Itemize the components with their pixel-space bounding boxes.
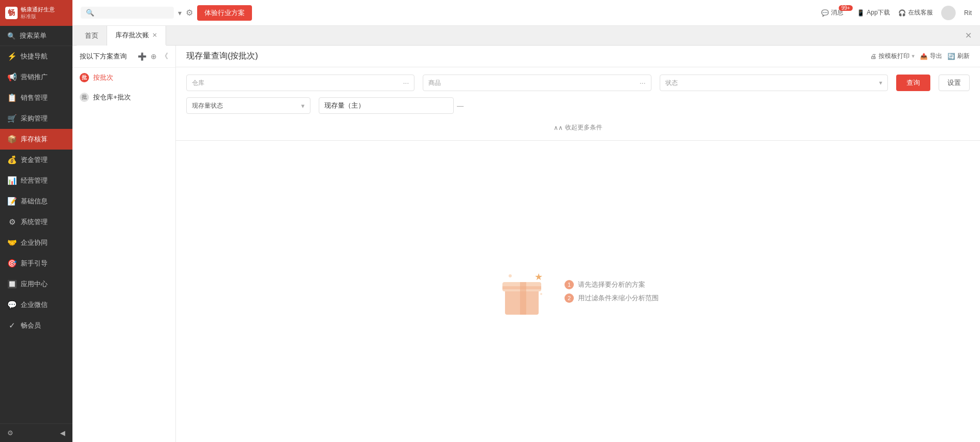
- sidebar-item-app-center[interactable]: 🔲 应用中心: [0, 274, 72, 294]
- dropdown-arrow-icon[interactable]: ▾: [178, 9, 182, 17]
- svg-text:★: ★: [534, 272, 543, 282]
- hint-1-text: 请先选择要分析的方案: [578, 280, 645, 289]
- sidebar-item-new-guide[interactable]: 🎯 新手引导: [0, 253, 72, 274]
- status-filter[interactable]: 状态 ▾: [660, 75, 888, 91]
- main-area: 🔍 ▾ ⚙ 体验行业方案 💬 消息 99+ 📱 App下载 🎧 在线客服 Rit: [72, 0, 980, 442]
- settings-icon[interactable]: ⚙: [7, 429, 13, 437]
- range-dash: —: [457, 102, 464, 110]
- tab-home[interactable]: 首页: [77, 26, 107, 46]
- app-version: 标准版: [21, 13, 55, 20]
- quick-nav-icon: ⚡: [7, 52, 17, 61]
- sidebar-item-sales[interactable]: 📋 销售管理: [0, 87, 72, 108]
- messages-badge: 99+: [839, 5, 853, 11]
- sidebar-item-member[interactable]: ✓ 畅会员: [0, 315, 72, 336]
- printer-icon: 🖨: [870, 53, 877, 60]
- sidebar-item-label: 系统管理: [21, 217, 48, 227]
- empty-illustration: ★: [497, 266, 549, 317]
- svg-point-6: [540, 293, 542, 295]
- sidebar-item-label: 畅会员: [21, 321, 41, 330]
- basic-info-icon: 📝: [7, 197, 17, 206]
- export-btn[interactable]: 📤 导出: [920, 52, 942, 61]
- svg-rect-3: [502, 286, 541, 289]
- hint-2-text: 用过滤条件来缩小分析范围: [578, 293, 659, 303]
- panel-title-actions: ➕ ⊕ 《: [138, 52, 168, 61]
- add-scheme-icon[interactable]: ➕: [138, 52, 146, 61]
- page-title: 现存量查询(按批次): [186, 51, 258, 62]
- search-menu-item[interactable]: 🔍 搜索菜单: [0, 26, 72, 46]
- status-arrow-icon[interactable]: ▾: [879, 79, 882, 86]
- collapse-sidebar-icon[interactable]: ◀: [60, 429, 65, 437]
- sidebar-item-basic-info[interactable]: 📝 基础信息: [0, 191, 72, 212]
- collapse-more-btn[interactable]: ∧∧ 收起更多条件: [186, 120, 970, 133]
- sidebar-item-label: 企业微信: [21, 300, 48, 310]
- tab-batch-account[interactable]: 库存批次账 ✕: [107, 26, 166, 46]
- sidebar-item-finance[interactable]: 💰 资金管理: [0, 150, 72, 170]
- refresh-btn[interactable]: 🔄 刷新: [947, 52, 970, 61]
- collapse-panel-icon[interactable]: 《: [161, 52, 168, 61]
- sidebar-nav: ⚡ 快捷导航 📢 营销推广 📋 销售管理 🛒 采购管理 📦 库存核算 💰 资金管…: [0, 46, 72, 423]
- print-dropdown-icon[interactable]: ▾: [912, 53, 915, 60]
- topbar-right: 💬 消息 99+ 📱 App下载 🎧 在线客服 Rit: [821, 6, 972, 20]
- sidebar-item-label: 库存核算: [21, 135, 48, 144]
- refresh-label: 刷新: [957, 52, 970, 61]
- scheme-item-by-warehouse-batch[interactable]: 批 按仓库+批次: [72, 87, 175, 107]
- messages-item[interactable]: 💬 消息 99+: [821, 8, 849, 17]
- app-center-icon: 🔲: [7, 279, 17, 289]
- tab-area-close-icon[interactable]: ✕: [965, 31, 972, 40]
- sidebar-item-inventory[interactable]: 📦 库存核算: [0, 129, 72, 150]
- sidebar-item-quick-nav[interactable]: ⚡ 快捷导航: [0, 46, 72, 67]
- stock-status-filter[interactable]: 现存量状态 ▾: [186, 97, 310, 114]
- warehouse-filter[interactable]: 仓库 ···: [186, 75, 414, 91]
- search-input[interactable]: [96, 9, 158, 17]
- product-filter[interactable]: 商品 ···: [423, 75, 651, 91]
- empty-box-svg: ★: [497, 266, 549, 317]
- search-icon: 🔍: [7, 32, 16, 40]
- panel-title: 按以下方案查询 ➕ ⊕ 《: [72, 46, 175, 68]
- settings-gear-icon[interactable]: ⚙: [186, 8, 193, 18]
- phone-icon: 📱: [857, 9, 865, 17]
- sidebar-item-enterprise[interactable]: 🤝 企业协同: [0, 232, 72, 253]
- hint-2-num: 2: [565, 293, 574, 303]
- refresh-icon: 🔄: [947, 53, 955, 60]
- user-name: Rit: [964, 9, 972, 17]
- tabbar: 首页 库存批次账 ✕ ✕: [72, 26, 980, 46]
- stock-qty-label: 现存量（主）: [324, 101, 365, 110]
- sidebar-item-label: 经营管理: [21, 176, 48, 185]
- online-service-item[interactable]: 🎧 在线客服: [898, 8, 933, 17]
- hint-1-num: 1: [565, 280, 574, 289]
- member-icon: ✓: [7, 321, 17, 330]
- sidebar-item-label: 基础信息: [21, 197, 48, 206]
- stock-status-arrow-icon[interactable]: ▾: [301, 102, 305, 110]
- set-button[interactable]: 设置: [939, 75, 970, 91]
- sidebar-item-wechat[interactable]: 💬 企业微信: [0, 294, 72, 315]
- sidebar-item-operations[interactable]: 📊 经营管理: [0, 170, 72, 191]
- collapse-label: 收起更多条件: [565, 123, 602, 132]
- stock-status-label: 现存量状态: [192, 101, 223, 110]
- print-template-btn[interactable]: 🖨 按模板打印 ▾: [870, 52, 915, 61]
- product-dots[interactable]: ···: [640, 79, 646, 87]
- wechat-icon: 💬: [7, 300, 17, 310]
- scheme-settings-icon[interactable]: ⊕: [151, 52, 157, 61]
- tab-close-icon[interactable]: ✕: [152, 32, 157, 39]
- filter-row-2: 现存量状态 ▾ 现存量（主） —: [186, 97, 970, 114]
- sidebar-item-label: 企业协同: [21, 238, 48, 247]
- stock-qty-filter: 现存量（主） —: [319, 97, 464, 114]
- scheme-item-by-batch[interactable]: 批 按批次: [72, 68, 175, 87]
- topbar-search: 🔍: [81, 7, 174, 19]
- query-button[interactable]: 查询: [896, 75, 930, 91]
- scheme-icon-active: 批: [80, 73, 89, 82]
- warehouse-dots[interactable]: ···: [403, 79, 409, 87]
- app-name: 畅康通好生意: [21, 6, 55, 13]
- app-download-item[interactable]: 📱 App下载: [857, 8, 890, 17]
- scheme-label: 按仓库+批次: [93, 93, 131, 102]
- sidebar-item-marketing[interactable]: 📢 营销推广: [0, 67, 72, 87]
- sidebar-item-system[interactable]: ⚙ 系统管理: [0, 212, 72, 232]
- svg-point-5: [509, 274, 512, 277]
- content-area: 按以下方案查询 ➕ ⊕ 《 批 按批次 批 按仓库+批次 现存量查询(按批次): [72, 46, 980, 442]
- warehouse-label: 仓库: [192, 79, 204, 87]
- user-avatar[interactable]: [941, 6, 956, 20]
- finance-icon: 💰: [7, 155, 17, 165]
- left-panel: 按以下方案查询 ➕ ⊕ 《 批 按批次 批 按仓库+批次: [72, 46, 176, 442]
- experience-btn[interactable]: 体验行业方案: [197, 5, 252, 21]
- sidebar-item-purchase[interactable]: 🛒 采购管理: [0, 108, 72, 129]
